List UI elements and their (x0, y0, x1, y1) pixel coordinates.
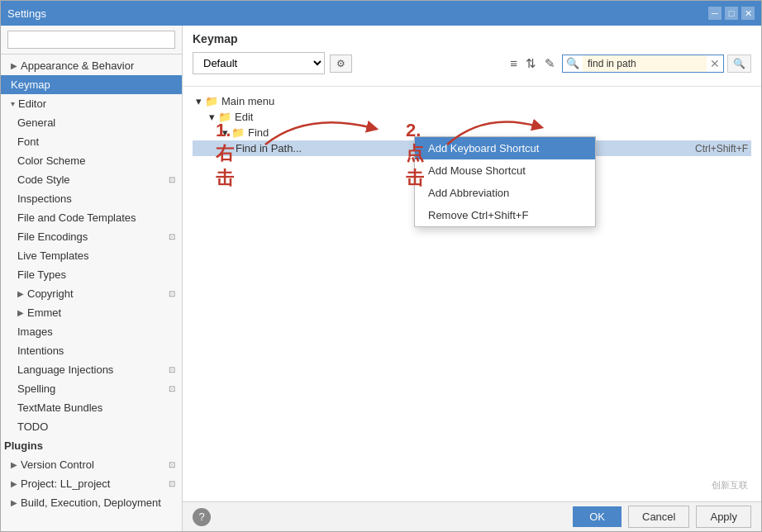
sidebar-search-input[interactable] (7, 31, 175, 49)
search-clear-button[interactable]: ✕ (707, 57, 723, 70)
sidebar-item-label: Plugins (4, 439, 43, 452)
context-menu-remove-shortcut[interactable]: Remove Ctrl+Shift+F (415, 204, 595, 226)
chevron-right-icon: ▶ (11, 479, 17, 488)
sidebar-item-appearance[interactable]: ▶ Appearance & Behavior (1, 56, 182, 75)
main-header: Keymap Default Eclipse Emacs ⚙ ≡ ⇅ (183, 26, 761, 87)
tree-item-label: Find (248, 126, 269, 139)
expand-icon: ▾ (209, 111, 215, 123)
expand-icon: ▾ (222, 126, 228, 139)
sidebar-item-keymap[interactable]: Keymap (1, 75, 182, 94)
search-icon: 🔍 (563, 55, 583, 71)
collapse-all-button[interactable]: ⇅ (522, 55, 540, 73)
bottom-bar: ? OK Cancel Apply (183, 501, 761, 531)
sidebar-item-spelling[interactable]: Spelling ⊡ (1, 379, 182, 398)
badge-icon: ⊡ (169, 460, 175, 469)
edit-shortcuts-button[interactable]: ✎ (541, 55, 559, 73)
window-body: ▶ Appearance & Behavior Keymap ▾ Editor … (1, 26, 761, 531)
sidebar-item-label: General (17, 116, 55, 129)
search-field: 🔍 ✕ (562, 55, 724, 73)
keymap-dropdown[interactable]: Default Eclipse Emacs (193, 52, 325, 74)
badge-icon: ⊡ (169, 175, 175, 184)
cancel-button[interactable]: Cancel (628, 506, 689, 528)
sidebar-item-font[interactable]: Font (1, 132, 182, 151)
page-title: Keymap (193, 32, 751, 45)
chevron-right-icon: ▶ (11, 61, 17, 70)
sidebar-item-intentions[interactable]: Intentions (1, 341, 182, 360)
sidebar-item-plugins[interactable]: Plugins (1, 436, 182, 455)
sidebar-item-label: Build, Execution, Deployment (21, 496, 161, 509)
apply-button[interactable]: Apply (696, 506, 751, 528)
sidebar-item-project[interactable]: ▶ Project: LL_project ⊡ (1, 474, 182, 493)
sidebar-item-label: Inspections (17, 192, 72, 205)
sidebar-item-label: TextMate Bundles (17, 401, 102, 414)
keymap-gear-button[interactable]: ⚙ (330, 55, 352, 73)
search-magnifier-button[interactable]: 🔍 (727, 55, 751, 73)
main-content: Keymap Default Eclipse Emacs ⚙ ≡ ⇅ (183, 26, 761, 531)
sidebar-item-code-style[interactable]: Code Style ⊡ (1, 170, 182, 189)
sidebar-item-images[interactable]: Images (1, 322, 182, 341)
close-button[interactable]: ✕ (741, 7, 755, 20)
sidebar-item-general[interactable]: General (1, 113, 182, 132)
context-menu-add-abbreviation[interactable]: Add Abbreviation (415, 182, 595, 204)
maximize-button[interactable]: □ (725, 7, 738, 20)
sidebar-section-main: ▶ Appearance & Behavior Keymap ▾ Editor … (1, 55, 182, 514)
folder-icon: 📁 (218, 111, 231, 123)
chevron-down-icon: ▾ (11, 99, 15, 108)
title-bar-controls: ─ □ ✕ (708, 7, 755, 20)
sidebar-item-live-templates[interactable]: Live Templates (1, 246, 182, 265)
sidebar-item-build[interactable]: ▶ Build, Execution, Deployment (1, 493, 182, 512)
chevron-right-icon: ▶ (17, 289, 24, 298)
sidebar-item-file-encodings[interactable]: File Encodings ⊡ (1, 227, 182, 246)
tree-main-menu[interactable]: ▾ 📁 Main menu (193, 93, 751, 109)
sidebar-item-version-control[interactable]: ▶ Version Control ⊡ (1, 455, 182, 474)
sidebar-item-label: Project: LL_project (21, 477, 110, 490)
sidebar-item-color-scheme[interactable]: Color Scheme (1, 151, 182, 170)
sidebar-item-emmet[interactable]: ▶ Emmet (1, 303, 182, 322)
sidebar: ▶ Appearance & Behavior Keymap ▾ Editor … (1, 26, 183, 531)
keymap-toolbar: Default Eclipse Emacs ⚙ ≡ ⇅ ✎ (193, 52, 751, 74)
expand-all-button[interactable]: ≡ (507, 55, 521, 73)
chevron-right-icon: ▶ (17, 308, 24, 317)
tree-item-label: Edit (235, 111, 253, 123)
sidebar-search-box[interactable] (1, 26, 182, 55)
settings-window: Settings ─ □ ✕ ▶ Appearance & Behavior K… (0, 0, 762, 532)
sidebar-item-file-code-templates[interactable]: File and Code Templates (1, 208, 182, 227)
gear-icon: ⚙ (336, 58, 345, 69)
settings-title: Settings (7, 7, 46, 20)
sidebar-item-label: File and Code Templates (17, 211, 136, 224)
folder-icon: 📁 (205, 95, 218, 107)
sidebar-item-copyright[interactable]: ▶ Copyright ⊡ (1, 284, 182, 303)
sidebar-item-textmate[interactable]: TextMate Bundles (1, 398, 182, 417)
minimize-button[interactable]: ─ (708, 7, 722, 20)
sidebar-item-label: Copyright (27, 287, 74, 300)
sidebar-item-label: Language Injections (17, 363, 113, 376)
badge-icon: ⊡ (169, 384, 175, 393)
title-bar-title: Settings (7, 7, 46, 20)
title-bar: Settings ─ □ ✕ (1, 1, 761, 26)
sidebar-item-label: File Types (17, 268, 66, 281)
sidebar-item-label: Color Scheme (17, 154, 85, 167)
chevron-right-icon: ▶ (11, 498, 17, 507)
context-menu-add-mouse-shortcut[interactable]: Add Mouse Shortcut (415, 159, 595, 182)
help-button[interactable]: ? (193, 508, 211, 526)
sidebar-item-language-injections[interactable]: Language Injections ⊡ (1, 360, 182, 379)
sidebar-item-todo[interactable]: TODO (1, 417, 182, 436)
sidebar-item-inspections[interactable]: Inspections (1, 189, 182, 208)
ok-button[interactable]: OK (573, 506, 622, 527)
sidebar-item-editor[interactable]: ▾ Editor (1, 94, 182, 113)
tree-edit[interactable]: ▾ 📁 Edit (193, 109, 751, 125)
search-input[interactable] (583, 55, 707, 72)
sidebar-item-file-types[interactable]: File Types (1, 265, 182, 284)
chevron-right-icon: ▶ (11, 460, 17, 469)
sidebar-item-label: Intentions (17, 344, 64, 357)
tree-item-label: Find in Path... (236, 142, 302, 154)
sidebar-item-label: Version Control (21, 458, 94, 471)
sidebar-item-label: Spelling (17, 382, 55, 395)
sidebar-item-label: File Encodings (17, 230, 88, 243)
sidebar-item-label: Emmet (27, 306, 61, 319)
tree-item-label: Main menu (221, 95, 274, 107)
sidebar-item-label: Images (17, 325, 53, 338)
sidebar-item-label: Live Templates (17, 249, 88, 262)
sidebar-item-label: Editor (18, 97, 46, 110)
context-menu-add-keyboard-shortcut[interactable]: Add Keyboard Shortcut (415, 137, 595, 159)
